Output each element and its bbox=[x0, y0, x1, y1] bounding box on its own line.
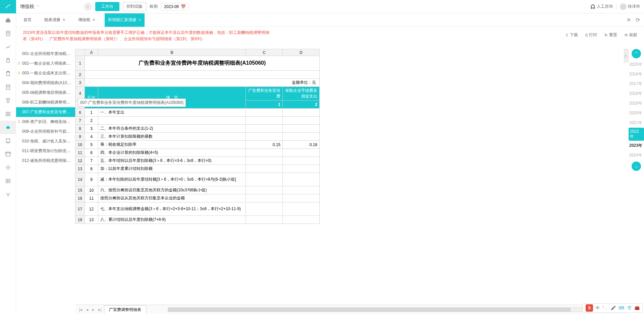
ime-keyboard-icon[interactable]: ⌨ bbox=[619, 306, 624, 310]
value-cell-d[interactable] bbox=[283, 165, 320, 173]
value-cell-d[interactable] bbox=[283, 149, 320, 157]
value-cell-c[interactable] bbox=[246, 173, 283, 186]
sheet-prev-icon[interactable]: ◂ bbox=[85, 307, 90, 312]
workbench-button[interactable]: 工作台 bbox=[95, 2, 119, 11]
old-version-button[interactable]: 切到旧版 bbox=[123, 2, 146, 11]
close-icon[interactable]: ✕ bbox=[92, 18, 95, 22]
period-picker[interactable]: 2023-09 📅 bbox=[161, 3, 189, 10]
row-header[interactable]: 14 bbox=[75, 173, 85, 186]
sheet-last-icon[interactable]: ▸| bbox=[97, 307, 103, 312]
form-list-item[interactable]: ⚠002-一般企业收入明细表(A… bbox=[16, 59, 75, 68]
col-header[interactable]: A bbox=[85, 49, 98, 56]
form-list-item[interactable]: 005-纳税调整项目明细表(A1… bbox=[16, 88, 75, 98]
row-header[interactable]: 10 bbox=[75, 141, 85, 149]
value-cell-c[interactable] bbox=[246, 165, 283, 173]
form-list-item[interactable]: 012-减免所得税优惠明细表(… bbox=[16, 156, 75, 166]
year-item[interactable]: 2020年 bbox=[629, 108, 644, 118]
close-all-icon[interactable]: ✕ bbox=[627, 17, 631, 23]
year-item[interactable]: 2017年 bbox=[629, 79, 644, 89]
form-list-item[interactable]: 009-企业所得税弥补亏损明… bbox=[16, 127, 75, 136]
close-icon[interactable]: ✕ bbox=[62, 18, 65, 22]
form-list-item[interactable]: ⚠003-一般企业成本支出明细… bbox=[16, 68, 75, 78]
row-header[interactable]: 17 bbox=[75, 202, 85, 216]
nav-tax-icon[interactable] bbox=[0, 121, 16, 134]
year-item[interactable]: 2024年 bbox=[629, 150, 644, 160]
nav-v-icon[interactable] bbox=[0, 188, 16, 201]
value-cell-c[interactable] bbox=[246, 186, 283, 194]
value-cell-c[interactable] bbox=[246, 117, 283, 125]
ime-mic-icon[interactable]: 🎤 bbox=[611, 306, 616, 310]
nav-calc-icon[interactable] bbox=[0, 80, 16, 94]
year-down-button[interactable]: ⌄ bbox=[632, 162, 641, 171]
nav-settings-icon[interactable] bbox=[0, 161, 16, 174]
user-menu[interactable]: 徐泽华 bbox=[620, 3, 640, 10]
reset-button[interactable]: ↻重置 bbox=[604, 32, 617, 38]
row-header[interactable]: 3 bbox=[75, 79, 85, 87]
value-cell-c[interactable] bbox=[246, 157, 283, 165]
value-cell-c[interactable] bbox=[246, 194, 283, 202]
tab-vat[interactable]: 增值税✕ bbox=[75, 13, 99, 27]
col-header[interactable]: D bbox=[283, 49, 320, 56]
form-list-item[interactable]: 007-广告费和业务宣传费跨… bbox=[16, 107, 75, 117]
horizontal-scrollbar[interactable] bbox=[168, 307, 626, 312]
consult-link[interactable]: 🎧 人工咨询 bbox=[590, 4, 613, 9]
value-cell-d[interactable]: 0.18 bbox=[283, 141, 320, 149]
row-header[interactable]: 18 bbox=[75, 216, 85, 224]
form-list-item[interactable]: 006-职工薪酬纳税调整明细… bbox=[16, 98, 75, 107]
company-selector[interactable]: 增值税 ﹀ bbox=[20, 4, 80, 10]
close-icon[interactable]: ✕ bbox=[138, 18, 141, 22]
nav-video-icon[interactable] bbox=[0, 174, 16, 188]
value-cell-d[interactable] bbox=[283, 125, 320, 133]
expand-right-handle[interactable]: ▷ bbox=[624, 49, 629, 62]
col-header[interactable]: C bbox=[246, 49, 283, 56]
nav-doc-icon[interactable] bbox=[0, 27, 16, 40]
year-item[interactable]: 2016年 bbox=[629, 69, 644, 79]
app-logo[interactable] bbox=[0, 0, 16, 13]
ime-bar[interactable]: S 中 °， 🎤 ⌨ 👕 🧰 bbox=[583, 303, 643, 313]
spreadsheet[interactable]: ABCD1广告费和业务宣传费跨年度纳税调整明细表(A105060)23金额单位：… bbox=[75, 49, 629, 305]
row-header[interactable]: 12 bbox=[75, 157, 85, 165]
form-list-item[interactable]: 011-研发费用加计扣除优惠… bbox=[16, 146, 75, 156]
year-item[interactable]: 2022年 bbox=[629, 128, 644, 141]
ime-toolbox-icon[interactable]: 🧰 bbox=[635, 306, 640, 310]
year-item[interactable]: 2019年 bbox=[629, 99, 644, 108]
refresh-button[interactable]: ⟳刷新 bbox=[625, 32, 637, 38]
nav-chart-icon[interactable] bbox=[0, 40, 16, 54]
row-header[interactable]: 7 bbox=[75, 117, 85, 125]
value-cell-c[interactable]: 0.15 bbox=[246, 141, 283, 149]
row-header[interactable]: 13 bbox=[75, 165, 85, 173]
print-button[interactable]: ⎙打印 bbox=[585, 32, 597, 38]
row-header[interactable]: 16 bbox=[75, 194, 85, 202]
year-item[interactable]: 2015年 bbox=[629, 60, 644, 69]
value-cell-d[interactable] bbox=[283, 173, 320, 186]
value-cell-c[interactable] bbox=[246, 109, 283, 117]
nav-bag-icon[interactable] bbox=[0, 54, 16, 67]
value-cell-d[interactable] bbox=[283, 216, 320, 224]
tab-income-tax[interactable]: 所得税汇算清缴✕ bbox=[105, 13, 145, 27]
value-cell-c[interactable] bbox=[246, 149, 283, 157]
form-list-item[interactable]: 004-期间费用明细表(A1040… bbox=[16, 78, 75, 88]
ime-skin-icon[interactable]: 👕 bbox=[627, 306, 632, 310]
sheet-tab[interactable]: 广宣费调整明细表 bbox=[104, 305, 146, 314]
value-cell-d[interactable] bbox=[283, 133, 320, 141]
row-header[interactable]: 1 bbox=[75, 56, 85, 71]
value-cell-c[interactable] bbox=[246, 216, 283, 224]
nav-safe-icon[interactable] bbox=[0, 107, 16, 121]
year-item[interactable]: 2021年 bbox=[629, 118, 644, 128]
ime-lang[interactable]: 中 bbox=[596, 305, 600, 311]
nav-archive-icon[interactable] bbox=[0, 147, 16, 161]
row-header[interactable]: 6 bbox=[75, 109, 85, 117]
row-header[interactable]: 11 bbox=[75, 149, 85, 157]
value-cell-d[interactable] bbox=[283, 109, 320, 117]
form-list-item[interactable]: ⚠008-资产折旧、摊销及纳税… bbox=[16, 117, 75, 127]
value-cell-c[interactable] bbox=[246, 125, 283, 133]
value-cell-c[interactable] bbox=[246, 133, 283, 141]
nav-home-icon[interactable] bbox=[0, 13, 16, 27]
row-header[interactable]: 15 bbox=[75, 186, 85, 194]
value-cell-d[interactable] bbox=[283, 186, 320, 194]
form-list-item[interactable]: 001-企业所得税年度纳税申… bbox=[16, 49, 75, 59]
value-cell-d[interactable] bbox=[283, 202, 320, 216]
col-header[interactable]: B bbox=[98, 49, 246, 56]
year-item[interactable]: 2023年 bbox=[629, 141, 644, 150]
year-up-button[interactable]: ⌃ bbox=[632, 49, 641, 58]
